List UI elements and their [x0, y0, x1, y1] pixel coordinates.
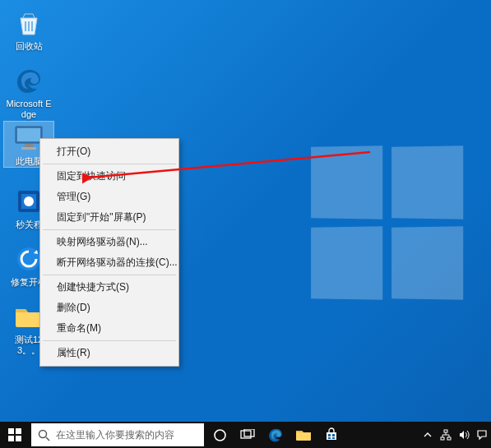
context-menu-item-rename[interactable]: 重命名(M) [42, 318, 177, 339]
context-menu-item-delete[interactable]: 删除(D) [42, 298, 177, 318]
svg-line-14 [46, 437, 49, 441]
desktop-icon-edge[interactable]: Microsoft Edge [4, 64, 53, 120]
context-menu-item-disconnect-drive[interactable]: 断开网络驱动器的连接(C)... [42, 252, 177, 273]
context-menu-item-map-drive[interactable]: 映射网络驱动器(N)... [42, 232, 177, 252]
context-menu: 打开(O) 固定到快速访问 管理(G) 固定到"开始"屏幕(P) 映射网络驱动器… [39, 138, 179, 367]
taskbar-cortana[interactable] [206, 422, 234, 448]
svg-point-15 [215, 430, 225, 441]
edge-icon [12, 64, 45, 97]
tray-chevron-up-icon[interactable] [419, 422, 437, 448]
context-menu-separator [43, 164, 176, 164]
desktop-icon-recycle-bin[interactable]: 回收站 [4, 7, 53, 52]
system-tray [419, 422, 491, 448]
svg-rect-17 [244, 429, 254, 436]
desktop[interactable]: 回收站 Microsoft Edge 此电脑 秒关程 修复开机 测试123。。 … [0, 0, 491, 448]
context-menu-item-pin-quick[interactable]: 固定到快速访问 [42, 166, 177, 187]
taskbar-file-explorer[interactable] [290, 422, 317, 448]
search-placeholder: 在这里输入你要搜索的内容 [56, 428, 174, 442]
svg-rect-9 [8, 428, 14, 434]
svg-point-13 [39, 430, 46, 437]
context-menu-item-properties[interactable]: 属性(R) [42, 343, 177, 363]
context-menu-separator [43, 275, 176, 275]
windows-logo-wallpaper [310, 146, 466, 303]
svg-rect-16 [241, 431, 251, 438]
search-icon [31, 429, 56, 441]
context-menu-item-pin-start[interactable]: 固定到"开始"屏幕(P) [42, 207, 177, 228]
svg-rect-19 [332, 434, 335, 436]
context-menu-item-shortcut[interactable]: 创建快捷方式(S) [42, 277, 177, 298]
svg-rect-20 [328, 437, 331, 439]
svg-rect-1 [17, 128, 40, 141]
svg-rect-12 [16, 436, 21, 441]
context-menu-item-open[interactable]: 打开(O) [42, 141, 177, 162]
svg-rect-2 [25, 144, 33, 147]
tray-network-icon[interactable] [437, 422, 455, 448]
context-menu-separator [43, 340, 176, 341]
taskbar-task-view[interactable] [234, 422, 262, 448]
svg-rect-10 [16, 428, 21, 434]
start-button[interactable] [0, 422, 30, 448]
desktop-icon-label: 回收站 [4, 41, 53, 52]
taskbar-search[interactable]: 在这里输入你要搜索的内容 [31, 423, 204, 446]
context-menu-separator [43, 229, 176, 230]
taskbar-store[interactable] [317, 422, 345, 448]
desktop-icon-label: Microsoft Edge [4, 99, 53, 120]
svg-rect-22 [444, 430, 447, 432]
svg-rect-21 [332, 437, 335, 439]
svg-point-6 [24, 196, 34, 206]
context-menu-item-manage[interactable]: 管理(G) [42, 187, 177, 207]
svg-rect-23 [441, 437, 444, 440]
taskbar-edge[interactable] [262, 422, 290, 448]
svg-rect-3 [21, 147, 36, 150]
recycle-bin-icon [12, 7, 45, 39]
tray-volume-icon[interactable] [455, 422, 473, 448]
svg-rect-24 [447, 437, 451, 440]
taskbar: 在这里输入你要搜索的内容 [0, 422, 491, 448]
svg-rect-11 [8, 436, 14, 441]
tray-notifications-icon[interactable] [473, 422, 491, 448]
svg-rect-18 [328, 434, 331, 436]
